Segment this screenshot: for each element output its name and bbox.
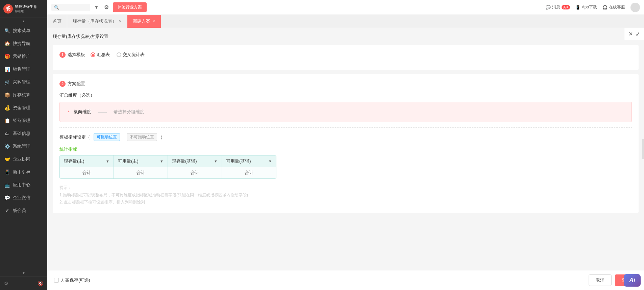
topbar-gear-icon[interactable]: ⚙: [103, 3, 110, 12]
col4-label: 可用量(基辅): [226, 158, 251, 164]
template-setting: 模板指标设定（ 可拖动位置 不可拖动位置 ）: [59, 133, 632, 141]
template-setting-label: 模板指标设定（: [59, 134, 90, 140]
sidebar-bottom: ⚙ 🔇: [0, 276, 47, 290]
step2-label: 方案配置: [68, 81, 85, 87]
step1-badge: 1: [59, 52, 66, 58]
tab-new-scheme[interactable]: 新建方案 ✕: [127, 15, 161, 28]
step1-label: 选择模板: [68, 52, 85, 58]
stats-col-header-2[interactable]: 可用量(主) ▼: [114, 155, 168, 167]
radio-cross-label: 交叉统计表: [123, 52, 145, 58]
gear-icon: ⚙️: [4, 143, 10, 149]
app-icon: 📱: [575, 5, 580, 10]
col3-dropdown[interactable]: ▼: [214, 159, 218, 163]
sidebar-item-label: 采购管理: [13, 79, 30, 85]
tab-new-scheme-close[interactable]: ✕: [152, 19, 155, 24]
stats-table: 现存量(主) ▼ 可用量(主) ▼ 现存量(基辅) ▼ 可用量(基辅) ▼: [59, 155, 276, 179]
ai-badge[interactable]: Ai: [624, 274, 641, 287]
stats-table-header: 现存量(主) ▼ 可用量(主) ▼ 现存量(基辅) ▼ 可用量(基辅) ▼: [60, 155, 276, 167]
stats-col-header-3[interactable]: 现存量(基辅) ▼: [168, 155, 222, 167]
tv-icon: 📺: [4, 182, 10, 188]
col1-dropdown[interactable]: ▼: [106, 159, 109, 163]
sidebar-item-newbie[interactable]: 📱 新手引导: [0, 166, 47, 178]
sidebar-scroll-up[interactable]: ▲: [0, 18, 47, 24]
save-option[interactable]: 方案保存(可选): [54, 277, 90, 283]
tab-inventory-status[interactable]: 现存量（库存状况表） ✕: [67, 15, 127, 28]
sidebar-item-basic[interactable]: 🗂 基础信息: [0, 127, 47, 140]
search-box[interactable]: 🔍: [51, 4, 90, 11]
summary-dimension-label: 汇总维度（必选）: [59, 92, 632, 98]
sidebar-item-label: 应用中心: [13, 182, 30, 188]
col2-label: 可用量(主): [118, 158, 139, 164]
sidebar-item-member[interactable]: ✔ 畅会员: [0, 204, 47, 217]
tab-home[interactable]: 首页: [47, 15, 67, 28]
save-checkbox[interactable]: [54, 278, 59, 283]
sidebar-item-enterprise[interactable]: 🤝 企业协同: [0, 153, 47, 166]
app-download-item[interactable]: 📱 App下载: [575, 4, 597, 10]
radio-summary[interactable]: 汇总表: [91, 52, 110, 58]
sidebar-item-marketing[interactable]: 🎁 营销推广: [0, 50, 47, 63]
tab-inventory-close[interactable]: ✕: [119, 19, 122, 24]
tabs-bar: 首页 现存量（库存状况表） ✕ 新建方案 ✕: [47, 15, 644, 28]
chart-icon: 📊: [4, 66, 10, 72]
cancel-button[interactable]: 取消: [589, 274, 612, 286]
money-icon: 💰: [4, 105, 10, 111]
sidebar-item-apps[interactable]: 📺 应用中心: [0, 178, 47, 191]
stats-table-body: 合计 合计 合计 合计: [60, 167, 276, 178]
stats-col-body-2: 合计: [114, 167, 168, 178]
sidebar-item-label: 营销推广: [13, 53, 30, 59]
radio-summary-label: 汇总表: [97, 52, 110, 58]
stats-col-header-1[interactable]: 现存量(主) ▼: [60, 155, 114, 167]
template-setting-suffix: ）: [160, 134, 165, 140]
user-avatar[interactable]: [630, 3, 640, 12]
hint-1: 1.拖动标题栏可以调整布局，不可跨维度或指标区域拖动栏目字段(只能在同一维度或指…: [59, 192, 632, 199]
sidebar-item-label: 基础信息: [13, 130, 30, 137]
stats-label: 统计指标: [59, 146, 632, 152]
app-download-label: App下载: [582, 4, 597, 10]
sidebar-item-sales[interactable]: 📊 销售管理: [0, 63, 47, 76]
topbar-dropdown[interactable]: ▼: [93, 3, 100, 11]
expand-window-btn[interactable]: ⤢: [634, 30, 641, 38]
step1-header: 1 选择模板 汇总表 交叉统计表: [59, 52, 632, 58]
sidebar-item-label: 新手引导: [13, 169, 30, 175]
sidebar-item-label: 资金管理: [13, 105, 30, 111]
industry-btn[interactable]: 体验行业方案: [113, 2, 147, 12]
sidebar-scroll-down[interactable]: ▼: [0, 270, 47, 276]
sidebar-item-label: 系统管理: [13, 143, 30, 149]
messages-item[interactable]: 💬 消息 99+: [546, 4, 570, 10]
radio-cross-circle: [117, 52, 121, 57]
handshake-icon: 🤝: [4, 156, 10, 162]
search-input[interactable]: [60, 5, 88, 10]
col2-dropdown[interactable]: ▼: [160, 159, 164, 163]
sidebar-item-label: 企业协同: [13, 156, 30, 162]
tab-home-label: 首页: [53, 18, 61, 24]
stats-col-header-4[interactable]: 可用量(基辅) ▼: [222, 155, 276, 167]
template-radio-group: 汇总表 交叉统计表: [91, 52, 145, 58]
sidebar-item-wechat[interactable]: 💬 企业微信: [0, 191, 47, 204]
sidebar: 畅 畅捷通好生意 标准版 ▲ 🔍 搜索菜单 🏠 快捷导航 🎁 营销推广 📊 销售…: [0, 0, 47, 290]
sidebar-item-system[interactable]: ⚙️ 系统管理: [0, 140, 47, 153]
settings-icon[interactable]: ⚙: [3, 279, 10, 287]
sidebar-item-operations[interactable]: 📋 经营管理: [0, 114, 47, 127]
phone-icon: 📱: [4, 169, 10, 175]
radio-cross[interactable]: 交叉统计表: [117, 52, 145, 58]
close-window-btn[interactable]: ✕: [627, 30, 634, 38]
messages-badge: 99+: [562, 5, 570, 9]
volume-icon[interactable]: 🔇: [36, 279, 45, 287]
radio-summary-circle: [91, 52, 95, 57]
sidebar-item-label: 畅会员: [13, 208, 26, 214]
sidebar-item-inventory[interactable]: 📦 库存核算: [0, 89, 47, 101]
sidebar-item-search[interactable]: 🔍 搜索菜单: [0, 24, 47, 37]
topbar-right: 💬 消息 99+ 📱 App下载 🎧 在线客服: [546, 3, 640, 12]
sidebar-item-purchase[interactable]: 🛒 采购管理: [0, 76, 47, 89]
sidebar-item-shortcut[interactable]: 🏠 快捷导航: [0, 37, 47, 50]
col3-label: 现存量(基辅): [172, 158, 197, 164]
search-icon: 🔍: [4, 28, 10, 34]
col1-label: 现存量(主): [64, 158, 84, 164]
sidebar-item-finance[interactable]: 💰 资金管理: [0, 101, 47, 114]
non-draggable-badge: 不可拖动位置: [127, 133, 157, 141]
hint-2: 2. 点击标题栏下拉可设置排序、插入列和删除列: [59, 199, 632, 206]
online-service-item[interactable]: 🎧 在线客服: [602, 4, 625, 10]
stats-col-body-1: 合计: [60, 167, 114, 178]
required-mark: *: [68, 110, 70, 115]
col4-dropdown[interactable]: ▼: [268, 159, 272, 163]
